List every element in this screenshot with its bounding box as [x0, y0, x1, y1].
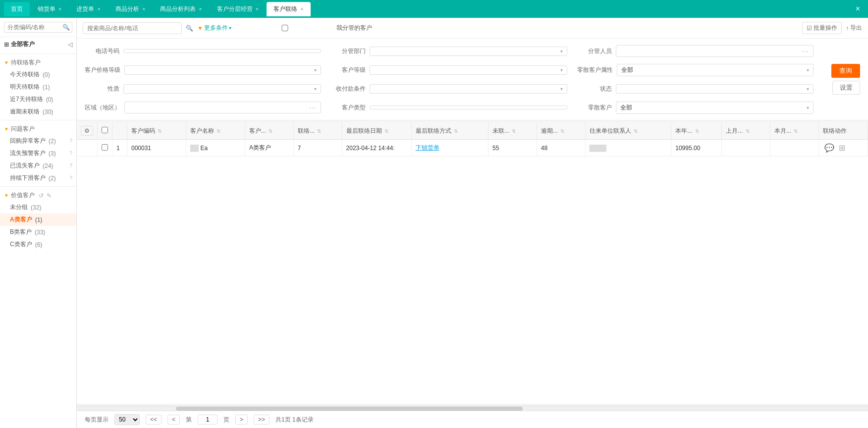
query-button[interactable]: 查询	[831, 64, 860, 78]
scrollbar-thumb[interactable]	[176, 407, 523, 411]
sidebar-item-churn-warning[interactable]: 流失预警客户 (3) ?	[0, 147, 76, 160]
my-customers-checkbox[interactable]	[235, 25, 334, 31]
first-page-button[interactable]: <<	[146, 415, 162, 425]
advanced-filter-panel: 电话号码 分管部门 ▾ 分管人员 ···	[77, 39, 868, 120]
sidebar-collapse-icon[interactable]: ◁	[68, 41, 72, 48]
value-customers-group[interactable]: ▼ 价值客户 ↺ ✎	[0, 189, 76, 201]
column-settings-button[interactable]: ⚙	[81, 126, 93, 136]
close-all-button[interactable]: ×	[852, 2, 864, 15]
sort-icon-contact2[interactable]: ⇅	[634, 128, 638, 134]
tab-goods-analysis[interactable]: 商品分析 ×	[108, 2, 152, 16]
sidebar-item-tomorrow[interactable]: 明天待联络 (1)	[0, 81, 76, 93]
sort-icon-uncontact[interactable]: ⇅	[512, 128, 516, 134]
qr-action-button[interactable]: ⊞	[837, 143, 847, 153]
row-checkbox[interactable]	[102, 144, 108, 151]
field-manager-input[interactable]: ···	[616, 45, 814, 57]
sort-icon-overdue[interactable]: ⇅	[560, 128, 564, 134]
tab-sales[interactable]: 销货单 ×	[31, 2, 68, 16]
field-price-level-input[interactable]: ▾	[124, 65, 321, 75]
sort-icon-this-month[interactable]: ⇅	[794, 128, 798, 134]
sidebar-item-a-class[interactable]: A类客户 (1)	[0, 214, 76, 226]
search-input[interactable]	[83, 22, 182, 34]
field-manager: 分管人员 ···	[577, 44, 814, 58]
batch-operations-button[interactable]: ☑ 批量操作	[802, 22, 842, 34]
next-page-button[interactable]: >	[235, 415, 248, 425]
sort-icon-last-date[interactable]: ⇅	[384, 128, 388, 134]
close-tab-goods-analysis[interactable]: ×	[142, 6, 145, 12]
select-all-checkbox[interactable]	[102, 127, 108, 133]
field-status-input[interactable]: ▾	[616, 84, 814, 94]
per-page-select[interactable]: 50 100 200	[114, 414, 140, 425]
tab-home[interactable]: 首页	[4, 2, 30, 16]
horizontal-scrollbar[interactable]	[77, 406, 868, 411]
more-filters-button[interactable]: ▼ 更多条件 ▾	[197, 24, 231, 32]
tab-customer-layer[interactable]: 客户分层经营 ×	[210, 2, 266, 16]
sidebar-item-declining[interactable]: 持续下滑客户 (2) ?	[0, 172, 76, 184]
edit-value-group-icon[interactable]: ✎	[47, 192, 52, 199]
tab-customer-contact[interactable]: 客户联络 ×	[267, 2, 310, 16]
tab-goods-list[interactable]: 商品分析列表 ×	[153, 2, 209, 16]
sidebar-item-overdue[interactable]: 逾期未联络 (30)	[0, 106, 76, 118]
my-customers-checkbox-label[interactable]: 我分管的客户	[235, 24, 372, 32]
col-contact2: 往来单位联系人 ⇅	[585, 122, 671, 140]
page-number-input[interactable]	[198, 415, 217, 425]
close-tab-goods-list[interactable]: ×	[199, 6, 202, 12]
field-region: 区域（地区） ···	[85, 100, 321, 115]
field-region-input[interactable]: ···	[124, 102, 321, 113]
field-payment-input[interactable]: ▾	[370, 84, 567, 94]
sidebar-item-today[interactable]: 今天待联络 (0)	[0, 68, 76, 81]
message-action-button[interactable]: 💬	[823, 143, 836, 153]
pending-contact-group[interactable]: ▼ 待联络客户	[0, 56, 76, 68]
field-retail-customer-input[interactable]: 全部 ▾	[616, 102, 814, 114]
refresh-icon[interactable]: ↺	[39, 192, 44, 199]
sidebar-item-b-class[interactable]: B类客户 (33)	[0, 226, 76, 238]
close-tab-purchase[interactable]: ×	[97, 6, 100, 12]
sidebar-item-7days[interactable]: 近7天待联络 (0)	[0, 93, 76, 106]
cell-name: ██ Ea	[186, 140, 245, 157]
close-tab-customer-layer[interactable]: ×	[256, 6, 259, 12]
settings-button[interactable]: 设置	[832, 81, 860, 95]
field-customer-type-label: 客户类型	[331, 104, 366, 112]
grid-icon: ⊞	[4, 41, 9, 48]
tab-purchase[interactable]: 进货单 ×	[69, 2, 107, 16]
name-blurred: ██	[190, 145, 199, 152]
sidebar-item-ungroup[interactable]: 未分组 (32)	[0, 201, 76, 214]
last-page-button[interactable]: >>	[254, 415, 270, 425]
field-retail-attr-input[interactable]: 全部 ▾	[617, 64, 814, 76]
chevron-down-icon-6: ▾	[560, 86, 563, 92]
col-this-year: 本年... ⇅	[671, 122, 722, 140]
close-tab-customer-contact[interactable]: ×	[300, 6, 303, 12]
per-page-label: 每页显示	[85, 416, 108, 424]
sort-icon-type[interactable]: ⇅	[269, 128, 272, 134]
field-nature-input[interactable]: ▾	[123, 84, 321, 94]
sort-icon-last-method[interactable]: ⇅	[454, 128, 458, 134]
prev-page-button[interactable]: <	[167, 415, 180, 425]
field-customer-type-input[interactable]	[370, 106, 567, 109]
last-method-link[interactable]: 下销货单	[416, 144, 439, 151]
cell-settings	[77, 140, 98, 157]
total-records-label: 共1页 1条记录	[275, 416, 314, 424]
field-nature: 性质 ▾	[85, 81, 321, 96]
sidebar-item-repurchase-abnormal[interactable]: 回购异常客户 (2) ?	[0, 135, 76, 147]
sort-icon-last-month[interactable]: ⇅	[746, 128, 750, 134]
close-tab-sales[interactable]: ×	[58, 6, 61, 12]
field-customer-level-input[interactable]: ▾	[370, 65, 567, 75]
sort-icon-contact[interactable]: ⇅	[317, 128, 321, 134]
problem-customers-group[interactable]: ▼ 问题客户	[0, 122, 76, 135]
sidebar-item-c-class[interactable]: C类客户 (6)	[0, 238, 76, 251]
sort-icon-code[interactable]: ⇅	[158, 128, 162, 134]
page-label: 第	[186, 416, 192, 424]
export-button[interactable]: ↑ 导出	[846, 24, 862, 32]
col-un-contact: 未联... ⇅	[488, 122, 537, 140]
field-phone-input[interactable]	[123, 49, 321, 53]
divider-3	[0, 186, 76, 187]
sidebar-search-area: 🔍	[0, 18, 76, 37]
all-customers-header[interactable]: ⊞ 全部客户 ◁	[0, 37, 76, 52]
chevron-down-icon-5: ▾	[314, 86, 317, 92]
sort-icon-this-year[interactable]: ⇅	[695, 128, 699, 134]
sidebar-item-churned[interactable]: 已流失客户 (24) ?	[0, 160, 76, 172]
field-retail-customer: 零散客户 全部 ▾	[577, 100, 814, 115]
field-dept-input[interactable]: ▾	[370, 47, 567, 56]
field-customer-level: 客户等级 ▾	[331, 62, 567, 77]
sort-icon-name[interactable]: ⇅	[217, 128, 220, 134]
